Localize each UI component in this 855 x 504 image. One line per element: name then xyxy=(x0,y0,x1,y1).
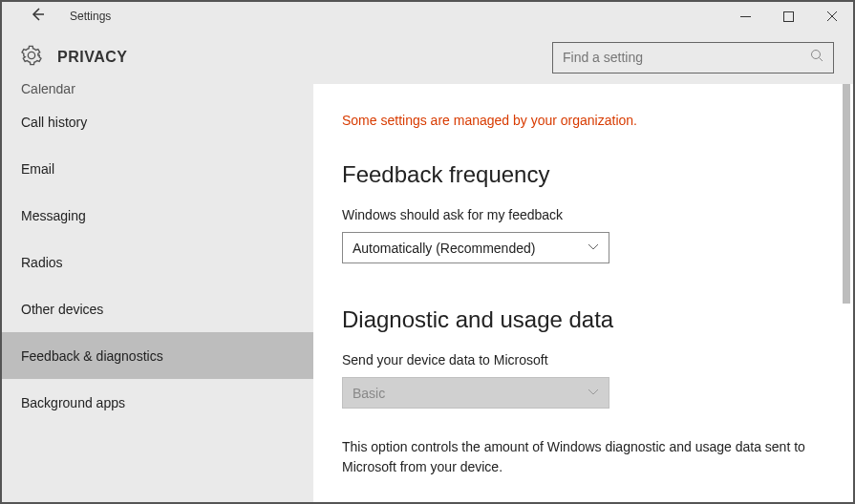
svg-rect-1 xyxy=(784,11,794,21)
sidebar-item-label: Feedback & diagnostics xyxy=(21,348,163,364)
sidebar-item-label: Messaging xyxy=(21,208,86,223)
chevron-down-icon xyxy=(588,388,599,398)
sidebar-item-other-devices[interactable]: Other devices xyxy=(2,285,313,332)
svg-point-4 xyxy=(812,51,821,59)
sidebar-item-label: Other devices xyxy=(21,302,103,317)
sidebar-item-call-history[interactable]: Call history xyxy=(2,98,313,145)
sidebar-item-label: Email xyxy=(21,161,54,177)
scrollbar-thumb[interactable] xyxy=(843,84,850,304)
search-input[interactable] xyxy=(563,50,810,65)
dropdown-value: Basic xyxy=(353,386,385,401)
sidebar-item-label: Background apps xyxy=(21,395,125,410)
scrollbar[interactable] xyxy=(843,84,850,502)
maximize-button[interactable] xyxy=(767,2,810,31)
content: Some settings are managed by your organi… xyxy=(313,84,853,502)
settings-window: Settings PRIVACY xyxy=(0,0,855,504)
gear-icon xyxy=(21,45,42,70)
sidebar-item-label: Call history xyxy=(21,115,87,130)
sidebar-item-email[interactable]: Email xyxy=(2,145,313,192)
sidebar-item-messaging[interactable]: Messaging xyxy=(2,192,313,239)
svg-line-5 xyxy=(820,58,823,62)
feedback-frequency-label: Windows should ask for my feedback xyxy=(342,207,824,222)
window-title: Settings xyxy=(70,10,111,23)
search-icon xyxy=(810,49,823,66)
diagnostic-data-heading: Diagnostic and usage data xyxy=(342,306,824,333)
page-title: PRIVACY xyxy=(57,49,127,66)
feedback-frequency-heading: Feedback frequency xyxy=(342,161,824,188)
diagnostic-data-dropdown: Basic xyxy=(342,377,609,409)
sidebar-item-label: Calendar xyxy=(21,84,75,96)
sidebar-item-radios[interactable]: Radios xyxy=(2,239,313,285)
sidebar-item-background-apps[interactable]: Background apps xyxy=(2,379,313,426)
close-button[interactable] xyxy=(810,2,853,31)
diagnostic-description: This option controls the amount of Windo… xyxy=(342,437,810,477)
sidebar: Calendar Call history Email Messaging Ra… xyxy=(2,84,313,502)
diagnostic-data-label: Send your device data to Microsoft xyxy=(342,352,824,368)
minimize-button[interactable] xyxy=(724,2,767,31)
header: PRIVACY xyxy=(2,31,853,84)
chevron-down-icon xyxy=(588,242,599,253)
back-button[interactable] xyxy=(29,6,46,27)
feedback-frequency-dropdown[interactable]: Automatically (Recommended) xyxy=(342,232,609,263)
sidebar-item-label: Radios xyxy=(21,255,63,270)
managed-by-org-notice: Some settings are managed by your organi… xyxy=(342,113,824,128)
body: Calendar Call history Email Messaging Ra… xyxy=(2,84,853,502)
dropdown-value: Automatically (Recommended) xyxy=(353,241,535,256)
sidebar-item-feedback-diagnostics[interactable]: Feedback & diagnostics xyxy=(2,332,313,379)
titlebar: Settings xyxy=(2,2,853,31)
search-box[interactable] xyxy=(552,42,834,74)
sidebar-item-calendar[interactable]: Calendar xyxy=(2,84,313,98)
